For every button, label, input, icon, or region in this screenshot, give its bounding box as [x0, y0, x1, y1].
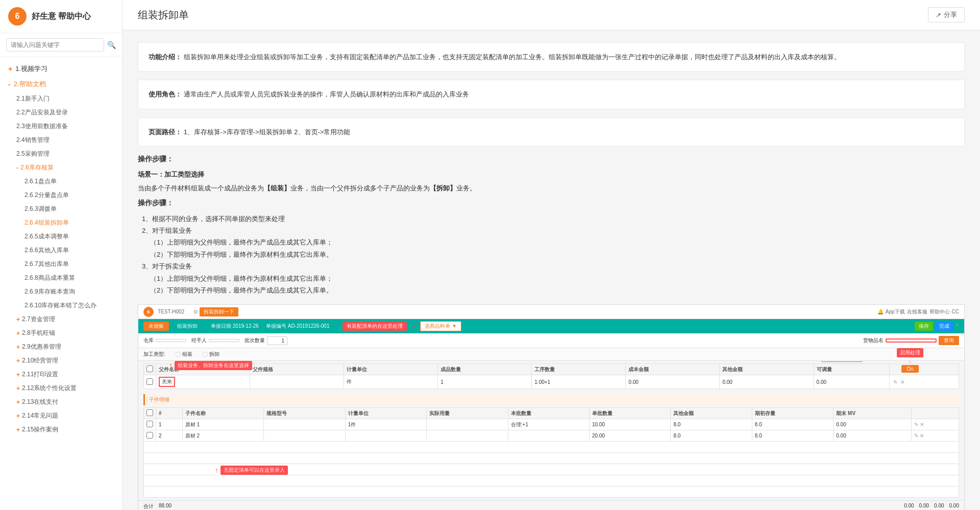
sidebar-item-stockquery[interactable]: 2.6.9库存账本查询: [0, 285, 122, 299]
sidebar-item-finance[interactable]: + 2.7资金管理: [0, 312, 122, 326]
expand-icon-payment: +: [16, 399, 20, 406]
sidebar-item-costrecalc[interactable]: 2.6.8商品成本重算: [0, 271, 122, 285]
sidebar-item-sales[interactable]: 2.4销售管理: [0, 133, 122, 147]
collapse-icon-inventory: -: [16, 164, 18, 172]
table-row-empty5: [144, 487, 959, 498]
lower-col-batch-qty: 本批数量: [508, 408, 589, 419]
sidebar-item-purchase[interactable]: 2.5采购管理: [0, 147, 122, 161]
child-init-stock: 8.0: [752, 430, 833, 442]
select-all-lower[interactable]: [146, 409, 153, 416]
child-end-mv: 0.00: [834, 419, 912, 430]
select-all-upper[interactable]: [146, 366, 153, 372]
sidebar-item-mobile[interactable]: + 2.8手机旺铺: [0, 326, 122, 340]
mock-date: 单据日期 2019-12-26: [211, 323, 259, 330]
intro-label: 功能介绍：: [149, 53, 182, 61]
sidebar-item-otheroutbound[interactable]: 2.6.7其他出库单: [0, 257, 122, 271]
step3-2: （2）下部明细为子件明细，最终作为产成品生成其它入库单。: [150, 284, 965, 296]
step1: 1、根据不同的业务，选择不同单据的类型来处理: [142, 213, 965, 225]
type-radio-disassembly[interactable]: 拆卸: [203, 351, 219, 358]
mock-choose-btn[interactable]: 选商品料单 ▼: [420, 321, 461, 331]
mock-lower-header: 子件明细: [143, 394, 959, 405]
child-end-mv: 0.00: [834, 430, 912, 442]
search-input[interactable]: [6, 38, 104, 52]
mock-form-group3: 批次数量 1: [244, 336, 287, 345]
search-button[interactable]: 🔍: [107, 41, 116, 49]
lower-col-single-qty: 单批数量: [589, 408, 670, 419]
sidebar-item-video[interactable]: + 1.视频学习: [0, 61, 122, 77]
mock-lower-table: # 子件名称 规格型号 计量单位 实际用量 本批数量 单批数量 其他金额 期初存…: [143, 407, 959, 498]
mock-new-btn[interactable]: 拆装拆卸一下: [200, 307, 238, 317]
mock-product-field[interactable]: [886, 338, 937, 343]
ops-section: 操作步骤： 场景一：加工类型选择 当由多个子件材料组装成一个成品的业务为【组装】…: [138, 155, 965, 510]
page-title: 组装拆卸单: [138, 8, 189, 22]
mock-query-btn[interactable]: 查询: [939, 336, 959, 345]
mock-icon1: 🔔: [877, 309, 884, 314]
child-row-actions2: ✎ ✕: [911, 430, 959, 442]
mock-quantity-input[interactable]: 1: [267, 336, 287, 345]
mock-warehouse-select[interactable]: [156, 339, 186, 342]
mock-save-btn[interactable]: 保存: [915, 322, 933, 331]
col-avail: 可调量: [814, 364, 889, 375]
row-edit-icon3[interactable]: ✎: [914, 433, 918, 439]
mock-close-icon[interactable]: ×: [955, 322, 959, 331]
row-check[interactable]: [146, 421, 153, 427]
arrow3: ↑: [169, 361, 173, 370]
col-process-qty: 工序数量: [532, 364, 626, 375]
mock-tab2[interactable]: 组装拆卸: [172, 322, 203, 331]
sidebar-item-install[interactable]: 2.2产品安装及登录: [0, 106, 122, 119]
row-check[interactable]: [146, 432, 153, 439]
path-block: 页面路径： 1、库存核算->库存管理->组装拆卸单 2、首页->常用功能: [138, 117, 965, 147]
mock-bottom-bar: 合计 88.00 0.00 0.00 0.00 0.00: [138, 500, 964, 510]
row-check[interactable]: [146, 378, 153, 385]
sidebar-item-docs[interactable]: - 2.帮助文档: [0, 77, 122, 92]
sidebar: 6 好生意 帮助中心 🔍 + 1.视频学习 - 2.帮助文档 2.1新手入门 2…: [0, 0, 122, 510]
path-label: 页面路径：: [149, 128, 182, 136]
mock-enable-btn[interactable]: On: [901, 365, 918, 373]
sidebar-item-payment[interactable]: + 2.13在线支付: [0, 395, 122, 409]
parent-name-highlight[interactable]: 关米: [159, 377, 175, 387]
row-edit-icon[interactable]: ✎: [893, 379, 897, 385]
sidebar-item-coupon[interactable]: + 2.9优惠券管理: [0, 340, 122, 354]
annotation1-label: 有装配清单的在这里处理: [342, 322, 407, 331]
radio-assembly-label: 组装: [182, 351, 192, 358]
sidebar-item-partialcount[interactable]: 2.6.2分量盘点单: [0, 188, 122, 202]
row-delete-icon[interactable]: ✕: [900, 379, 904, 385]
row-edit-icon2[interactable]: ✎: [914, 422, 918, 427]
sidebar-item-stockcount[interactable]: 2.6.1盘点单: [0, 175, 122, 188]
mock-lower-table-area: 子件明细 ↑ 无固定清单可以在这里录入 # 子件名称: [138, 392, 964, 500]
share-button[interactable]: ↗ 分享: [928, 7, 965, 22]
nav-tree: + 1.视频学习 - 2.帮助文档 2.1新手入门 2.2产品安装及登录 2.3…: [0, 57, 122, 510]
mock-tab-active[interactable]: 未做账: [143, 322, 169, 331]
sidebar-item-otherinbound[interactable]: 2.6.6其他入库单: [0, 244, 122, 257]
sidebar-item-print[interactable]: + 2.11打印设置: [0, 368, 122, 381]
type-radio-assembly[interactable]: 组装: [176, 351, 192, 358]
subsection-label: 2.3使用前数据准备: [16, 123, 68, 130]
row-delete-icon3[interactable]: ✕: [920, 433, 924, 439]
mock-confirm-btn[interactable]: 完成: [935, 322, 953, 331]
search-box: 🔍: [0, 33, 122, 57]
sidebar-item-costadjust[interactable]: 2.6.5成本调整单: [0, 230, 122, 244]
mock-operator-select[interactable]: [209, 339, 239, 342]
sidebar-item-cases[interactable]: + 2.15操作案例: [0, 423, 122, 436]
lower-col-end-mv: 期末 MV: [834, 408, 912, 419]
child-row-actions: ✎ ✕: [911, 419, 959, 430]
child-other-amt: 8.0: [671, 419, 752, 430]
expand-icon-personalize: +: [16, 385, 20, 392]
row-delete-icon2[interactable]: ✕: [920, 422, 924, 427]
sidebar-item-faq[interactable]: + 2.14常见问题: [0, 409, 122, 423]
sidebar-item-newuser[interactable]: 2.1新手入门: [0, 92, 122, 106]
sidebar-item-transfer[interactable]: 2.6.3调拨单: [0, 202, 122, 216]
annotation-group3: ↑ 组装业务、拆卸业务在这里选择: [169, 361, 252, 370]
lower-col-name: 子件名称: [182, 408, 263, 419]
expand-icon-coupon: +: [16, 344, 20, 351]
mock-icon4: 帮助中心: [929, 308, 950, 315]
sidebar-item-personalize[interactable]: + 2.12系统个性化设置: [0, 381, 122, 395]
child-batch-qty: 合理:+1: [508, 419, 589, 430]
sidebar-item-inventory[interactable]: - 2.6库存核算: [0, 161, 122, 175]
sidebar-item-dataprep[interactable]: 2.3使用前数据准备: [0, 119, 122, 133]
sidebar-item-assembly[interactable]: 2.6.4组装拆卸单: [0, 216, 122, 230]
sidebar-item-ops[interactable]: + 2.10经营管理: [0, 354, 122, 368]
lower-col-init-stock: 期初存量: [752, 408, 833, 419]
sidebar-item-stockerror[interactable]: 2.6.10库存账本错了怎么办: [0, 299, 122, 312]
step2-2: （2）下部明细为子件明细，最终作为原材料生成其它出库单。: [150, 249, 965, 260]
